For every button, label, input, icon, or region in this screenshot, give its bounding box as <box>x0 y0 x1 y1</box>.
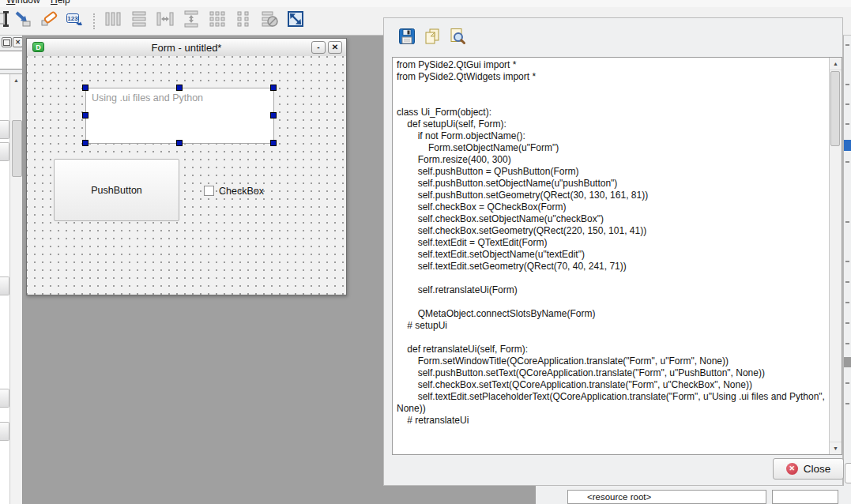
form-window-titlebar[interactable]: D Form - untitled* - ✕ <box>27 39 346 57</box>
horizontal-splitter-icon <box>156 10 174 31</box>
tree-branch-mark <box>845 403 849 404</box>
edit-widgets-icon <box>0 10 10 31</box>
edit-tab-order-button[interactable]: 123 <box>64 10 85 31</box>
widget-category-bar[interactable] <box>0 142 9 161</box>
layout-horizontally-button[interactable] <box>103 10 123 31</box>
selection-handle[interactable] <box>270 112 277 118</box>
tree-branch-mark <box>845 221 849 223</box>
save-floppy-icon <box>397 27 416 49</box>
widget-category-bar[interactable] <box>0 120 9 139</box>
selection-handle[interactable] <box>176 85 183 91</box>
right-dock-sliver <box>843 35 851 504</box>
selection-handle[interactable] <box>176 140 183 146</box>
close-button-label: Close <box>804 463 831 475</box>
widget-filter-input[interactable] <box>0 51 23 70</box>
tab-order-123-icon: 123 <box>66 10 83 31</box>
resource-root-item[interactable]: <resource root> <box>587 492 651 502</box>
pushbutton-widget[interactable]: PushButton <box>54 159 179 221</box>
save-button[interactable] <box>396 27 418 49</box>
widget-category-bar[interactable] <box>0 389 9 408</box>
widget-box-dock: ✕ ▲ <box>0 35 23 504</box>
tree-branch-mark <box>845 322 849 324</box>
form-canvas[interactable]: Using .ui files and Python PushButton Ch… <box>27 56 346 295</box>
textedit-placeholder: Using .ui files and Python <box>86 88 273 107</box>
tree-branch-mark <box>845 382 849 384</box>
widget-category-bar[interactable] <box>0 422 9 441</box>
row-fragment <box>844 357 851 367</box>
layout-vertical-splitter-button[interactable] <box>181 10 201 31</box>
tree-branch-mark <box>845 44 849 46</box>
selection-handle[interactable] <box>270 140 277 146</box>
break-layout-button[interactable] <box>259 10 280 31</box>
tree-branch-mark <box>845 84 849 85</box>
dock-close-button[interactable]: ✕ <box>13 37 23 47</box>
selection-handle[interactable] <box>270 85 277 91</box>
edit-signals-slots-button[interactable] <box>13 10 33 31</box>
grid-layout-icon <box>209 10 226 31</box>
scroll-up-icon[interactable]: ▲ <box>11 76 21 85</box>
view-code-dialog: from PySide2.QtGui import * from PySide2… <box>383 17 843 486</box>
form-editor-window: D Form - untitled* - ✕ Using .ui files a… <box>26 38 347 295</box>
resource-preview-panel[interactable] <box>772 490 838 504</box>
tree-branch-mark <box>845 161 849 163</box>
menubar: Window Help <box>0 0 851 7</box>
generated-python-code[interactable]: from PySide2.QtGui import * from PySide2… <box>393 58 829 454</box>
close-button[interactable]: ✕ <box>328 41 342 54</box>
selection-handle[interactable] <box>82 140 88 146</box>
tree-branch-mark <box>845 261 849 262</box>
dock-float-button[interactable] <box>2 37 12 47</box>
layout-grid-button[interactable] <box>207 10 228 31</box>
layout-form-button[interactable] <box>233 10 254 31</box>
checkbox-widget[interactable]: CheckBox <box>204 175 284 207</box>
layout-vertically-button[interactable] <box>129 10 149 31</box>
code-scrollbar[interactable]: ▲ ▼ <box>829 58 842 454</box>
checkbox-indicator[interactable] <box>204 186 214 196</box>
vertical-splitter-icon <box>183 10 200 31</box>
layout-horizontal-icon <box>104 10 122 31</box>
tree-branch-mark <box>845 343 849 344</box>
float-icon <box>3 39 10 46</box>
svg-text:123: 123 <box>67 15 78 22</box>
scroll-down-icon[interactable]: ▼ <box>830 442 842 454</box>
toolbar-separator <box>93 13 95 29</box>
break-layout-icon <box>261 10 278 31</box>
edit-buddies-button[interactable] <box>39 10 59 31</box>
tree-branch-mark <box>845 302 849 303</box>
dialog-close-button[interactable]: ✕ Close <box>773 458 844 480</box>
widget-category-bar[interactable] <box>0 276 9 295</box>
selection-handle[interactable] <box>82 85 88 91</box>
designer-form-icon: D <box>32 42 44 52</box>
layout-vertical-icon <box>130 10 148 31</box>
widget-box-list[interactable]: ▲ <box>0 73 23 504</box>
code-editor[interactable]: from PySide2.QtGui import * from PySide2… <box>392 57 842 455</box>
form-window-title: Form - untitled* <box>27 42 346 54</box>
resource-browser-dock: <resource root> <box>536 486 851 504</box>
minimize-button[interactable]: - <box>311 41 326 54</box>
copy-button[interactable] <box>421 27 443 49</box>
panel-corner-fragment <box>845 463 851 483</box>
scrollbar-thumb[interactable] <box>12 120 22 177</box>
selection-handle[interactable] <box>82 112 88 118</box>
close-circle-icon: ✕ <box>786 463 798 475</box>
tree-branch-mark <box>845 123 849 125</box>
menu-help[interactable]: Help <box>51 0 70 6</box>
tree-branch-mark <box>845 103 849 105</box>
scrollbar-thumb[interactable] <box>830 71 840 146</box>
scroll-up-icon[interactable]: ▲ <box>830 58 842 70</box>
resource-tree-panel[interactable]: <resource root> <box>567 490 766 504</box>
checkbox-label: CheckBox <box>219 186 264 197</box>
selected-row-fragment[interactable] <box>844 140 851 151</box>
copy-documents-icon <box>423 27 442 49</box>
find-magnifier-icon <box>448 27 467 49</box>
layout-horizontal-splitter-button[interactable] <box>155 10 175 31</box>
textedit-widget[interactable]: Using .ui files and Python <box>85 88 274 144</box>
form-layout-icon <box>235 10 252 31</box>
find-button[interactable] <box>446 27 469 49</box>
adjust-size-button[interactable] <box>285 10 306 31</box>
adjust-size-icon <box>287 10 304 31</box>
menu-window[interactable]: Window <box>6 0 40 6</box>
signal-slot-arrow-icon <box>14 10 32 31</box>
tree-branch-mark <box>845 281 849 283</box>
widget-box-scrollbar[interactable]: ▲ <box>9 74 22 504</box>
edit-widgets-button[interactable] <box>0 10 12 31</box>
